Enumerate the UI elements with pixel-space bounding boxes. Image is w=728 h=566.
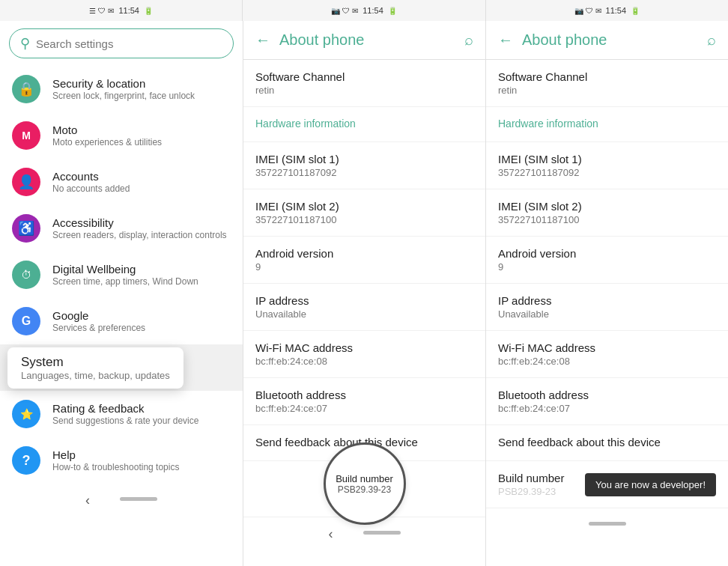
sb-icon-r2: 🛡 xyxy=(586,7,593,15)
center-sc-title: Software Channel xyxy=(255,70,473,83)
sidebar-item-accessibility[interactable]: ♿ Accessibility Screen readers, display,… xyxy=(0,205,243,252)
right-imei1[interactable]: IMEI (SIM slot 1) 357227101187092 xyxy=(486,142,728,189)
sidebar-item-digital-wellbeing[interactable]: ⏱ Digital Wellbeing Screen time, app tim… xyxy=(0,252,243,298)
center-search-icon[interactable]: ⌕ xyxy=(464,31,473,49)
center-about-panel: ← About phone ⌕ Software Channel retin H… xyxy=(243,21,486,566)
center-about-header: ← About phone ⌕ xyxy=(243,21,485,60)
sb-icon-r1: 📷 xyxy=(574,7,583,15)
status-bar: ☰ 🛡 ✉ 11:54 🔋 📷 🛡 ✉ 11:54 🔋 📷 🛡 ✉ 11:54 … xyxy=(0,0,728,21)
center-nav-back[interactable]: ‹ xyxy=(329,526,333,542)
sb-icon-r3: ✉ xyxy=(595,7,601,15)
accessibility-subtitle: Screen readers, display, interaction con… xyxy=(52,230,231,240)
google-title: Google xyxy=(52,309,231,322)
security-icon: 🔒 xyxy=(12,75,40,103)
right-android-version[interactable]: Android version 9 xyxy=(486,237,728,284)
right-bluetooth[interactable]: Bluetooth address bc:ff:eb:24:ce:07 xyxy=(486,378,728,425)
sidebar-item-google[interactable]: G Google Services & preferences xyxy=(0,298,243,344)
right-imei2-value: 357227101187100 xyxy=(498,214,716,225)
center-bluetooth[interactable]: Bluetooth address bc:ff:eb:24:ce:07 xyxy=(243,378,485,425)
right-imei1-title: IMEI (SIM slot 1) xyxy=(498,153,716,165)
center-imei1[interactable]: IMEI (SIM slot 1) 357227101187092 xyxy=(243,142,485,189)
digital-wellbeing-title: Digital Wellbeing xyxy=(52,263,231,276)
help-text: Help How-to & troubleshooting topics xyxy=(52,448,231,472)
right-build-text: Build number PSB29.39-23 xyxy=(498,472,564,497)
accessibility-icon: ♿ xyxy=(12,214,40,243)
nav-back-icon[interactable]: ‹ xyxy=(85,493,90,508)
right-wifi-title: Wi-Fi MAC address xyxy=(498,341,716,354)
right-search-icon[interactable]: ⌕ xyxy=(707,31,716,49)
security-title: Security & location xyxy=(52,77,231,90)
moto-icon: M xyxy=(12,121,40,150)
sb-icon-c2: 🛡 xyxy=(342,7,350,15)
right-hw-title: Hardware information xyxy=(498,118,716,130)
system-item-container: ℹ System Languages, time, backup, update… xyxy=(0,344,243,391)
system-tooltip-title: System xyxy=(21,355,170,370)
center-wifi-mac[interactable]: Wi-Fi MAC address bc:ff:eb:24:ce:08 xyxy=(243,331,485,378)
right-build-title: Build number xyxy=(498,472,564,484)
center-bt-title: Bluetooth address xyxy=(255,389,473,401)
battery-right: 🔋 xyxy=(631,7,640,15)
status-time-left: 11:54 xyxy=(118,6,139,15)
build-circle-title: Build number xyxy=(336,473,393,484)
center-sc-value: retin xyxy=(255,85,473,96)
right-av-value: 9 xyxy=(498,261,716,273)
sidebar-item-rating[interactable]: ⭐ Rating & feedback Send suggestions & r… xyxy=(0,391,243,437)
right-ip-address[interactable]: IP address Unavailable xyxy=(486,284,728,331)
center-hardware-header: Hardware information xyxy=(243,107,485,142)
moto-title: Moto xyxy=(52,124,231,136)
right-imei2[interactable]: IMEI (SIM slot 2) 357227101187100 xyxy=(486,189,728,237)
center-software-channel[interactable]: Software Channel retin xyxy=(243,60,485,107)
center-back-button[interactable]: ← xyxy=(255,31,270,49)
google-subtitle: Services & preferences xyxy=(52,323,231,333)
sb-icon-c3: ✉ xyxy=(352,7,358,15)
right-software-channel[interactable]: Software Channel retin xyxy=(486,60,728,107)
right-build-number[interactable]: Build number PSB29.39-23 You are now a d… xyxy=(486,461,728,508)
sidebar-item-moto[interactable]: M Moto Moto experiences & utilities xyxy=(0,112,243,159)
right-imei2-title: IMEI (SIM slot 2) xyxy=(498,200,716,213)
right-back-button[interactable]: ← xyxy=(498,31,513,49)
sidebar-item-accounts[interactable]: 👤 Accounts No accounts added xyxy=(0,159,243,205)
digital-wellbeing-icon: ⏱ xyxy=(12,261,40,289)
sidebar-item-help[interactable]: ? Help How-to & troubleshooting topics xyxy=(0,437,243,484)
accounts-subtitle: No accounts added xyxy=(52,183,231,194)
sb-icon-3: ✉ xyxy=(108,7,114,15)
help-icon: ? xyxy=(12,446,40,475)
center-imei2-value: 357227101187100 xyxy=(255,214,473,225)
center-imei2[interactable]: IMEI (SIM slot 2) 357227101187100 xyxy=(243,189,485,237)
right-feedback[interactable]: Send feedback about this device xyxy=(486,425,728,461)
right-nav-home-bar[interactable] xyxy=(589,522,626,526)
right-bt-title: Bluetooth address xyxy=(498,389,716,401)
sb-icon-1: ☰ xyxy=(89,7,96,15)
center-android-version[interactable]: Android version 9 xyxy=(243,237,485,284)
right-about-title: About phone xyxy=(522,31,698,49)
security-text: Security & location Screen lock, fingerp… xyxy=(52,77,231,101)
status-bar-left: ☰ 🛡 ✉ 11:54 🔋 xyxy=(0,0,243,21)
help-subtitle: How-to & troubleshooting topics xyxy=(52,462,231,472)
right-about-panel: ← About phone ⌕ Software Channel retin H… xyxy=(486,21,728,566)
google-icon: G xyxy=(12,307,40,335)
right-wifi-mac[interactable]: Wi-Fi MAC address bc:ff:eb:24:ce:08 xyxy=(486,331,728,378)
left-status-icons: ☰ 🛡 ✉ xyxy=(89,7,114,15)
right-status-icons: 📷 🛡 ✉ xyxy=(574,7,601,15)
center-av-title: Android version xyxy=(255,247,473,260)
center-ip-title: IP address xyxy=(255,294,473,307)
main-content: ⚲ 🔒 Security & location Screen lock, fin… xyxy=(0,21,728,566)
status-bar-right: 📷 🛡 ✉ 11:54 🔋 xyxy=(486,0,728,21)
center-nav-home-bar[interactable] xyxy=(363,531,401,535)
moto-subtitle: Moto experiences & utilities xyxy=(52,137,231,147)
center-build-number[interactable]: Build number PSB29.39-23 xyxy=(243,461,485,517)
bottom-nav: ‹ xyxy=(0,484,243,517)
center-wifi-value: bc:ff:eb:24:ce:08 xyxy=(255,356,473,367)
battery-left: 🔋 xyxy=(144,7,153,15)
center-imei1-title: IMEI (SIM slot 1) xyxy=(255,153,473,165)
status-time-center: 11:54 xyxy=(363,6,383,15)
search-input[interactable] xyxy=(36,37,222,50)
security-subtitle: Screen lock, fingerprint, face unlock xyxy=(52,91,231,101)
center-about-list: Software Channel retin Hardware informat… xyxy=(243,60,485,566)
nav-home-bar[interactable] xyxy=(120,497,157,501)
search-bar[interactable]: ⚲ xyxy=(9,28,234,58)
sidebar-item-security[interactable]: 🔒 Security & location Screen lock, finge… xyxy=(0,66,243,112)
center-ip-address[interactable]: IP address Unavailable xyxy=(243,284,485,331)
build-circle-value: PSB29.39-23 xyxy=(338,484,391,495)
status-bar-center: 📷 🛡 ✉ 11:54 🔋 xyxy=(243,0,485,21)
